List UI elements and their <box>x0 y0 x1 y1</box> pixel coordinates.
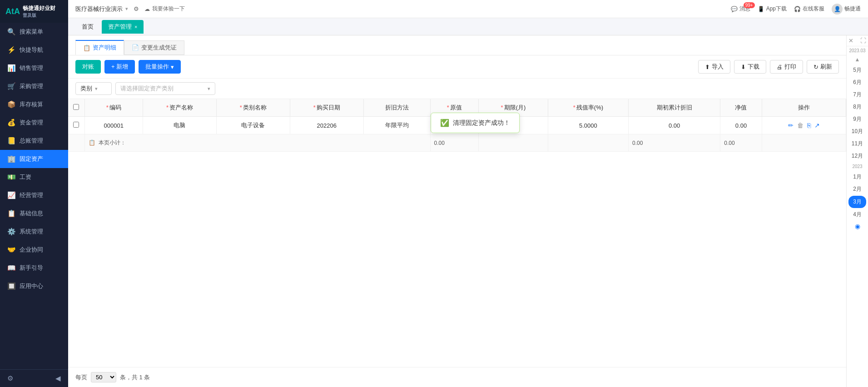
print-button[interactable]: 🖨 打印 <box>770 60 803 74</box>
topbar: 医疗器械行业演示 ▾ ⚙ ☁ 我要体验一下 💬 消息 99+ 📱 App下载 🎧… <box>68 0 868 18</box>
tab-assets[interactable]: 资产管理 × <box>102 20 144 34</box>
category-value-chevron-icon: ▾ <box>208 86 210 92</box>
sidebar-item-search[interactable]: 🔍 搜索菜单 <box>0 23 68 41</box>
sidebar-item-purchase[interactable]: 🛒 采购管理 <box>0 77 68 95</box>
sidebar-item-label: 库存核算 <box>20 100 43 109</box>
batch-chevron-icon: ▾ <box>171 64 174 70</box>
subtab-detail[interactable]: 📋 资产明细 <box>75 40 124 55</box>
category-value-select[interactable]: 请选择固定资产类别 ▾ <box>115 82 215 95</box>
subtab-voucher[interactable]: 📄 变更生成凭证 <box>124 40 184 55</box>
header-depreciation: 折旧方法 <box>363 99 430 117</box>
sidebar-item-guide[interactable]: 📖 新手引导 <box>0 259 68 277</box>
sidebar-item-sales[interactable]: 📊 销售管理 <box>0 59 68 77</box>
online-service-button[interactable]: 🎧 在线客服 <box>794 5 824 13</box>
tab-home[interactable]: 首页 <box>75 20 100 34</box>
export-button[interactable]: ⬆ 导入 <box>698 60 730 74</box>
success-icon: ✅ <box>440 119 449 127</box>
app-download-button[interactable]: 📱 App下载 <box>758 5 787 13</box>
cal-month-4[interactable]: 4月 <box>847 208 868 221</box>
collapse-icon[interactable]: ◀ <box>55 374 61 382</box>
copy-icon[interactable]: ⎘ <box>807 122 811 129</box>
sidebar-item-label: 快捷导航 <box>20 46 43 54</box>
sidebar-item-payroll[interactable]: 💵 工资 <box>0 168 68 186</box>
app-center-icon: 🔲 <box>7 282 16 290</box>
detail-icon: 📋 <box>83 45 90 51</box>
row-name: 电脑 <box>143 117 217 134</box>
row-checkbox[interactable] <box>73 122 79 128</box>
download-button[interactable]: ⬇ 下载 <box>734 60 766 74</box>
calendar-circle-icon[interactable]: ◉ <box>855 223 860 230</box>
settings-icon[interactable]: ⚙ <box>7 374 13 382</box>
sidebar-item-ledger[interactable]: 📒 总账管理 <box>0 132 68 150</box>
reconcile-button[interactable]: 对账 <box>75 60 101 74</box>
cal-month-5[interactable]: 5月 <box>847 64 868 76</box>
row-residual-rate: 5.0000 <box>548 117 628 134</box>
select-all-checkbox[interactable] <box>73 104 79 110</box>
calendar-up-icon[interactable]: ▲ <box>847 55 868 64</box>
panel-expand-icon[interactable]: ⛶ <box>860 37 866 44</box>
header-net-value: 净值 <box>720 99 762 117</box>
cal-month-2[interactable]: 2月 <box>847 183 868 195</box>
settings-gear-icon[interactable]: ⚙ <box>134 5 139 12</box>
cal-month-10[interactable]: 10月 <box>847 125 868 138</box>
toast-message: 清理固定资产成功！ <box>453 119 510 127</box>
app-logo: AtA 畅捷通好业财 普及版 <box>0 0 68 23</box>
sidebar-item-enterprise[interactable]: 🤝 企业协同 <box>0 241 68 259</box>
row-depreciation-method: 年限平均 <box>363 117 430 134</box>
cal-month-11[interactable]: 11月 <box>847 138 868 150</box>
main-area: 医疗器械行业演示 ▾ ⚙ ☁ 我要体验一下 💬 消息 99+ 📱 App下载 🎧… <box>68 0 868 387</box>
batch-button[interactable]: 批量操作 ▾ <box>139 60 181 74</box>
topbar-right: 💬 消息 99+ 📱 App下载 🎧 在线客服 👤 畅捷通 <box>731 4 861 15</box>
message-button[interactable]: 💬 消息 99+ <box>731 5 750 13</box>
sidebar-item-quick-nav[interactable]: ⚡ 快捷导航 <box>0 41 68 59</box>
per-page-select[interactable]: 50 10 20 100 <box>91 372 116 382</box>
sidebar-item-basic-info[interactable]: 📋 基础信息 <box>0 204 68 223</box>
sidebar-item-label: 基础信息 <box>20 209 43 218</box>
new-button[interactable]: + 新增 <box>104 60 135 74</box>
cal-month-3[interactable]: 3月 <box>848 196 866 208</box>
download-icon: ⬇ <box>741 64 746 70</box>
row-category: 电子设备 <box>216 117 290 134</box>
pagination: 每页 50 10 20 100 条，共 1 条 <box>68 367 846 387</box>
tab-close-icon[interactable]: × <box>134 24 137 30</box>
calendar-curr-year: 2023 <box>851 162 863 171</box>
inventory-icon: 📦 <box>7 100 16 109</box>
sidebar-item-label: 新手引导 <box>20 264 43 272</box>
purchase-icon: 🛒 <box>7 82 16 90</box>
cal-month-1[interactable]: 1月 <box>847 171 868 183</box>
system-icon: ⚙️ <box>7 228 16 236</box>
sidebar-item-label: 销售管理 <box>20 64 43 72</box>
refresh-button[interactable]: ↻ 刷新 <box>807 60 839 74</box>
row-initial-accumulated: 0.00 <box>629 117 720 134</box>
user-profile[interactable]: 👤 畅捷通 <box>832 4 861 15</box>
message-icon: 💬 <box>731 6 738 12</box>
company-title: 医疗器械行业演示 ▾ <box>75 5 128 13</box>
page-content: 📋 资产明细 📄 变更生成凭证 对账 + 新增 批量操作 ▾ ⬆ <box>68 35 846 387</box>
cal-month-8[interactable]: 8月 <box>847 101 868 113</box>
sidebar-item-label: 应用中心 <box>20 282 43 290</box>
edit-icon[interactable]: ✏ <box>788 122 794 129</box>
cal-month-7[interactable]: 7月 <box>847 89 868 101</box>
cal-month-9[interactable]: 9月 <box>847 113 868 125</box>
subtotal-label-cell: 📋 本页小计： <box>84 134 430 152</box>
category-select[interactable]: 类别 ▾ <box>75 82 112 95</box>
sidebar-item-finance[interactable]: 💰 资金管理 <box>0 114 68 132</box>
panel-close-icon[interactable]: ✕ <box>848 37 853 44</box>
sidebar-item-ops[interactable]: 📈 经营管理 <box>0 186 68 204</box>
sidebar-item-label: 系统管理 <box>20 228 43 236</box>
headset-icon: 🎧 <box>794 6 801 12</box>
sidebar-item-inventory[interactable]: 📦 库存核算 <box>0 95 68 114</box>
sidebar-item-app-center[interactable]: 🔲 应用中心 <box>0 277 68 295</box>
sidebar-item-system[interactable]: ⚙️ 系统管理 <box>0 223 68 241</box>
fixed-assets-icon: 🏢 <box>7 155 16 163</box>
cal-month-12[interactable]: 12月 <box>847 150 868 162</box>
cal-month-6[interactable]: 6月 <box>847 76 868 89</box>
company-chevron-icon[interactable]: ▾ <box>125 6 128 12</box>
more-icon[interactable]: ↗ <box>814 122 820 129</box>
sidebar-item-fixed-assets[interactable]: 🏢 固定资产 <box>0 150 68 168</box>
enterprise-icon: 🤝 <box>7 246 16 254</box>
sidebar-item-label: 经营管理 <box>20 191 43 199</box>
delete-icon[interactable]: 🗑 <box>797 122 804 129</box>
subtotal-initial: 0.00 <box>629 134 720 152</box>
experience-link[interactable]: ☁ 我要体验一下 <box>144 5 185 13</box>
